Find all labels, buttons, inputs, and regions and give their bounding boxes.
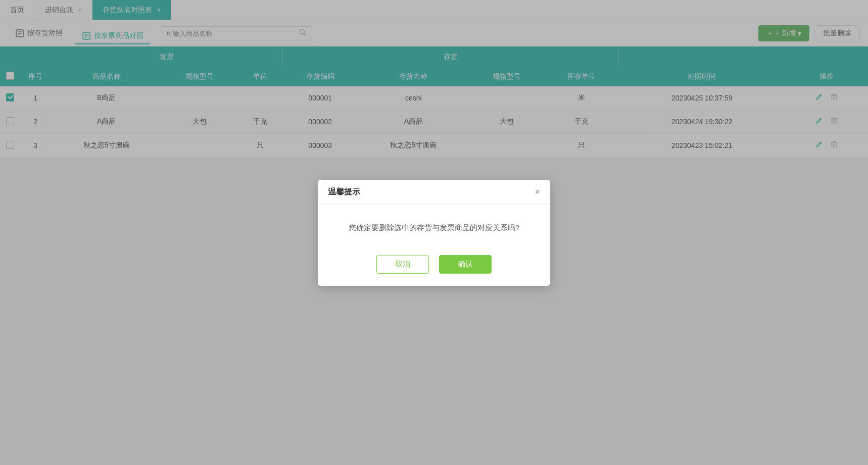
modal-overlay: 温馨提示 × 您确定要删除选中的存货与发票商品的对应关系吗? 取消 确认 — [0, 0, 868, 158]
